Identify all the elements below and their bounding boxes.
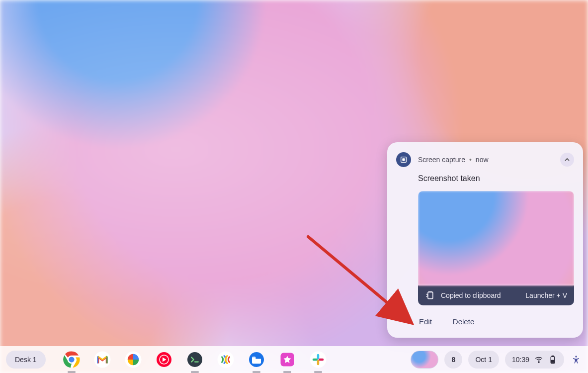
- clipboard-status-bar: Copied to clipboard Launcher + V: [418, 285, 574, 305]
- gmail-icon: [93, 351, 111, 369]
- terminal-icon: [186, 351, 204, 369]
- notification-counter[interactable]: 8: [444, 351, 462, 369]
- chevron-up-icon: [563, 156, 571, 164]
- app-gmail[interactable]: [92, 350, 112, 370]
- photos-icon: [124, 351, 142, 369]
- files-icon: [248, 351, 265, 369]
- youtube-music-icon: [155, 351, 173, 369]
- accessibility-button[interactable]: [570, 351, 582, 369]
- shelf: Desk 1: [0, 346, 588, 373]
- wifi-icon: [534, 355, 543, 364]
- notification-source: Screen capture • now: [418, 156, 553, 164]
- edit-button[interactable]: Edit: [418, 315, 433, 328]
- screenshot-thumbnail: [418, 191, 574, 285]
- media-icon: [278, 351, 296, 369]
- chrome-icon: [63, 351, 81, 369]
- overview-button[interactable]: [411, 351, 438, 369]
- screen-capture-icon: [396, 152, 411, 167]
- clipboard-status-text: Copied to clipboard: [441, 291, 501, 299]
- notification-actions: Edit Delete: [418, 315, 574, 328]
- notification-separator: •: [469, 156, 472, 164]
- svg-rect-20: [318, 359, 324, 361]
- app-photos[interactable]: [123, 350, 143, 370]
- svg-point-25: [575, 356, 577, 357]
- accessibility-icon: [572, 355, 581, 364]
- notification-app-name: Screen capture: [418, 156, 465, 164]
- app-media[interactable]: [277, 350, 297, 370]
- svg-rect-18: [312, 359, 318, 361]
- battery-icon: [548, 355, 557, 364]
- app-terminal[interactable]: [185, 350, 205, 370]
- svg-rect-24: [552, 361, 554, 363]
- notification-header: Screen capture • now: [396, 152, 574, 167]
- svg-rect-17: [317, 354, 319, 360]
- pinned-apps: [62, 350, 328, 370]
- status-tray[interactable]: 10:39: [505, 351, 564, 369]
- svg-rect-2: [403, 159, 405, 161]
- audio-icon: [217, 351, 235, 369]
- notification-count: 8: [452, 356, 456, 364]
- app-chrome[interactable]: [62, 350, 82, 370]
- clipboard-shortcut: Launcher + V: [525, 291, 567, 299]
- svg-rect-19: [317, 360, 319, 366]
- notification-time: now: [476, 156, 489, 164]
- svg-rect-23: [552, 356, 554, 357]
- svg-point-16: [310, 352, 326, 368]
- app-files[interactable]: [247, 350, 266, 370]
- desk-label: Desk 1: [15, 356, 37, 364]
- app-audio[interactable]: [216, 350, 236, 370]
- svg-point-21: [538, 362, 539, 363]
- delete-button[interactable]: Delete: [452, 315, 475, 328]
- slack-icon: [309, 351, 327, 369]
- screenshot-notification: Screen capture • now Screenshot taken Co…: [387, 142, 583, 338]
- svg-point-11: [187, 352, 202, 367]
- date-label: Oct 1: [475, 356, 492, 364]
- svg-rect-3: [428, 292, 433, 298]
- clipboard-icon: [425, 290, 435, 300]
- app-slack[interactable]: [308, 350, 328, 370]
- clock-label: 10:39: [512, 356, 529, 364]
- app-youtube-music[interactable]: [154, 350, 174, 370]
- screenshot-preview[interactable]: Copied to clipboard Launcher + V: [418, 191, 574, 305]
- calendar-button[interactable]: Oct 1: [468, 351, 499, 369]
- desk-switcher[interactable]: Desk 1: [6, 351, 46, 369]
- notification-title: Screenshot taken: [418, 174, 574, 183]
- collapse-button[interactable]: [560, 153, 574, 167]
